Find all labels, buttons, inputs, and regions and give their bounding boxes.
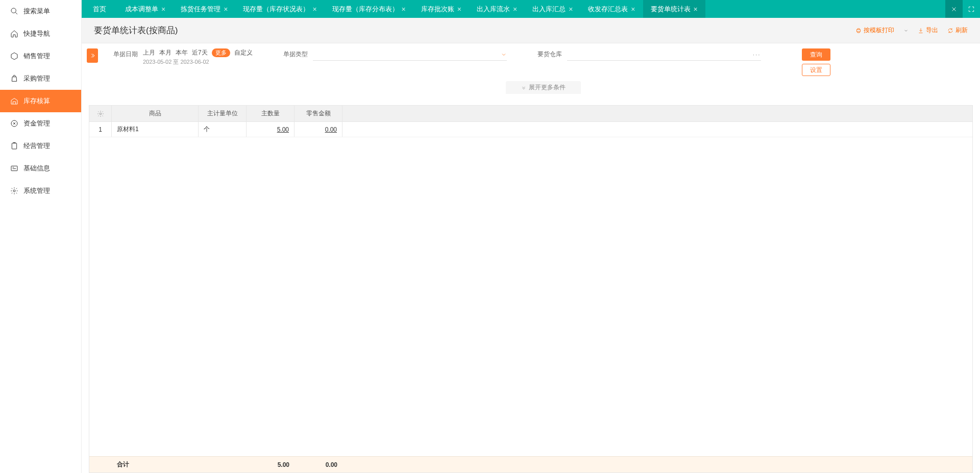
footer-amount: 0.00 xyxy=(295,457,342,472)
filter-warehouse: 要货仓库 ··· xyxy=(537,48,761,61)
th-qty[interactable]: 主数量 xyxy=(247,106,295,121)
tab-inout-flow[interactable]: 出入库流水× xyxy=(469,0,525,18)
date-seven-days[interactable]: 近7天 xyxy=(192,48,208,57)
date-custom[interactable]: 自定义 xyxy=(234,48,253,57)
close-icon[interactable]: × xyxy=(631,6,635,13)
sidebar-item-label: 基础信息 xyxy=(23,164,50,173)
filter-type-select[interactable] xyxy=(313,48,507,61)
close-icon[interactable]: × xyxy=(161,6,165,13)
filter-type-label: 单据类型 xyxy=(283,48,308,60)
svg-point-4 xyxy=(13,190,15,192)
expand-filters-button[interactable]: 展开更多条件 xyxy=(506,81,581,94)
tab-receive-sum[interactable]: 收发存汇总表× xyxy=(580,0,643,18)
sidebar-search[interactable]: 搜索菜单 xyxy=(0,0,81,22)
tab-label: 库存批次账 xyxy=(421,5,454,14)
sidebar-item-inventory[interactable]: 库存核算 xyxy=(0,90,81,112)
footer-qty: 5.00 xyxy=(247,457,295,472)
sidebar-item-quicknav[interactable]: 快捷导航 xyxy=(0,22,81,45)
export-label: 导出 xyxy=(926,26,938,35)
query-button[interactable]: 查询 xyxy=(802,48,830,61)
refresh-label: 刷新 xyxy=(955,26,968,35)
tag-icon xyxy=(10,52,18,60)
sidebar: 搜索菜单 快捷导航 销售管理 采购管理 库存核算 资金管理 经营管理 基础信息 xyxy=(0,0,82,473)
sidebar-item-label: 销售管理 xyxy=(23,52,50,61)
footer-label: 合计 xyxy=(112,457,199,472)
close-icon[interactable]: × xyxy=(457,6,461,13)
row-index: 1 xyxy=(89,122,112,137)
tab-home[interactable]: 首页 xyxy=(82,0,117,18)
tab-inout-sum[interactable]: 出入库汇总× xyxy=(525,0,580,18)
settings-button[interactable]: 设置 xyxy=(802,64,830,76)
sidebar-item-label: 系统管理 xyxy=(23,186,50,195)
card-icon xyxy=(10,164,18,172)
sidebar-item-baseinfo[interactable]: 基础信息 xyxy=(0,157,81,180)
close-icon[interactable]: × xyxy=(312,6,316,13)
filter-buttons: 查询 设置 xyxy=(802,48,830,76)
close-icon[interactable]: × xyxy=(694,6,698,13)
tab-batch[interactable]: 库存批次账× xyxy=(413,0,469,18)
date-this-year[interactable]: 本年 xyxy=(176,48,188,57)
gear-icon xyxy=(10,187,18,195)
sidebar-item-finance[interactable]: 资金管理 xyxy=(0,112,81,135)
svg-rect-5 xyxy=(857,30,861,32)
tab-stock-dist[interactable]: 现存量（库存分布表）× xyxy=(325,0,413,18)
filter-warehouse-input[interactable]: ··· xyxy=(567,48,761,61)
filter-collapse-button[interactable] xyxy=(87,48,98,63)
sidebar-item-sales[interactable]: 销售管理 xyxy=(0,45,81,67)
filter-date: 单据日期 上月 本月 本年 近7天 更多 自定义 2023-05-02 至 20… xyxy=(113,48,253,66)
expand-label: 展开更多条件 xyxy=(529,83,566,92)
close-icon[interactable]: × xyxy=(569,6,573,13)
tab-label: 成本调整单 xyxy=(125,5,158,14)
table-container: 商品 主计量单位 主数量 零售金额 1 原材料1 个 5.00 0.00 xyxy=(89,105,973,473)
print-label: 按模板打印 xyxy=(864,26,894,35)
refresh-button[interactable]: 刷新 xyxy=(947,26,968,35)
clipboard-icon xyxy=(10,142,18,150)
tab-label: 现存量（库存分布表） xyxy=(332,5,399,14)
sidebar-item-label: 快捷导航 xyxy=(23,29,50,38)
export-button[interactable]: 导出 xyxy=(918,26,938,35)
tab-demand-report[interactable]: 要货单统计表× xyxy=(643,0,705,18)
date-last-month[interactable]: 上月 xyxy=(143,48,155,57)
print-dropdown[interactable] xyxy=(903,28,909,33)
tab-label: 要货单统计表 xyxy=(651,5,691,14)
table-settings-button[interactable] xyxy=(89,106,112,121)
table-row[interactable]: 1 原材料1 个 5.00 0.00 xyxy=(89,122,972,137)
svg-rect-3 xyxy=(11,166,17,170)
sidebar-search-label: 搜索菜单 xyxy=(23,7,50,16)
print-button[interactable]: 按模板打印 xyxy=(855,26,894,35)
table-footer: 合计 5.00 0.00 xyxy=(89,456,972,472)
warehouse-icon xyxy=(10,97,18,105)
bag-icon xyxy=(10,74,18,83)
cell-qty[interactable]: 5.00 xyxy=(247,122,295,137)
cell-amount[interactable]: 0.00 xyxy=(295,122,342,137)
close-icon[interactable]: × xyxy=(513,6,517,13)
svg-rect-2 xyxy=(12,143,16,149)
th-unit[interactable]: 主计量单位 xyxy=(199,106,247,121)
table-header: 商品 主计量单位 主数量 零售金额 xyxy=(89,106,972,122)
close-icon[interactable]: × xyxy=(224,6,228,13)
sidebar-item-label: 经营管理 xyxy=(23,141,50,151)
ellipsis-icon: ··· xyxy=(753,51,761,58)
tab-cost-adjust[interactable]: 成本调整单× xyxy=(117,0,173,18)
close-icon[interactable]: × xyxy=(402,6,406,13)
money-icon xyxy=(10,119,18,128)
th-spacer xyxy=(342,106,972,121)
tab-stock-status[interactable]: 现存量（库存状况表）× xyxy=(235,0,324,18)
sidebar-item-system[interactable]: 系统管理 xyxy=(0,180,81,202)
th-amount[interactable]: 零售金额 xyxy=(295,106,342,121)
close-all-button[interactable] xyxy=(945,0,963,18)
tab-label: 出入库汇总 xyxy=(532,5,566,14)
cell-product: 原材料1 xyxy=(112,122,199,137)
sidebar-item-label: 库存核算 xyxy=(23,96,50,106)
tab-picking[interactable]: 拣货任务管理× xyxy=(173,0,235,18)
date-this-month[interactable]: 本月 xyxy=(159,48,172,57)
fullscreen-button[interactable] xyxy=(963,0,980,18)
sidebar-item-purchase[interactable]: 采购管理 xyxy=(0,67,81,90)
sidebar-item-business[interactable]: 经营管理 xyxy=(0,135,81,157)
th-product[interactable]: 商品 xyxy=(112,106,199,121)
filter-warehouse-label: 要货仓库 xyxy=(537,48,562,60)
svg-point-0 xyxy=(11,8,16,13)
data-table: 商品 主计量单位 主数量 零售金额 1 原材料1 个 5.00 0.00 xyxy=(89,105,973,473)
table-body: 1 原材料1 个 5.00 0.00 xyxy=(89,122,972,456)
date-more[interactable]: 更多 xyxy=(212,48,230,57)
